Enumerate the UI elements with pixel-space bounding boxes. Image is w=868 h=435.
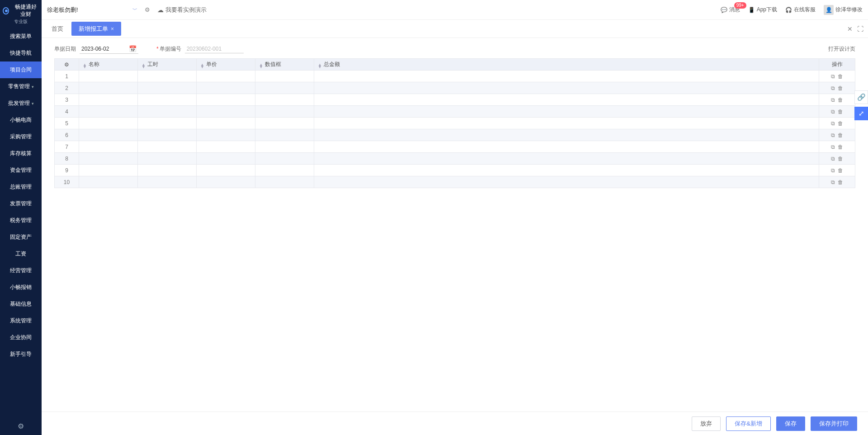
cell[interactable] [255, 106, 314, 118]
cell[interactable] [138, 153, 197, 165]
delete-row-icon[interactable]: 🗑 [838, 97, 843, 103]
cell[interactable] [197, 94, 255, 106]
sidebar-item-17[interactable]: 系统管理 [0, 312, 42, 329]
copy-row-icon[interactable]: ⧉ [831, 85, 835, 91]
expand-icon[interactable]: ⤢ [854, 107, 868, 120]
cell[interactable] [255, 153, 314, 165]
cell[interactable] [197, 141, 255, 153]
header-price[interactable]: ▲▼单价 [197, 59, 255, 71]
cell[interactable] [197, 165, 255, 176]
copy-row-icon[interactable]: ⧉ [831, 156, 835, 162]
cell[interactable] [79, 71, 138, 82]
cell[interactable] [197, 176, 255, 188]
sidebar-item-9[interactable]: 总账管理 [0, 179, 42, 195]
cell[interactable] [314, 129, 819, 141]
fullscreen-icon[interactable]: ⛶ [857, 25, 863, 33]
delete-row-icon[interactable]: 🗑 [838, 85, 843, 91]
sidebar-item-2[interactable]: 项目合同 [0, 61, 42, 78]
header-hours[interactable]: ▲▼工时 [138, 59, 197, 71]
cell[interactable] [314, 94, 819, 106]
sidebar-item-0[interactable]: 搜索菜单 [0, 28, 42, 45]
sidebar-item-18[interactable]: 企业协同 [0, 329, 42, 346]
save-and-new-button[interactable]: 保存&新增 [726, 416, 771, 431]
delete-row-icon[interactable]: 🗑 [838, 167, 843, 174]
sidebar-item-5[interactable]: 小畅电商 [0, 112, 42, 128]
cell[interactable] [79, 94, 138, 106]
cell[interactable] [197, 129, 255, 141]
cell[interactable] [197, 82, 255, 94]
cell[interactable] [79, 153, 138, 165]
cell[interactable] [255, 176, 314, 188]
cell[interactable] [255, 165, 314, 176]
cell[interactable] [79, 106, 138, 118]
cell[interactable] [138, 71, 197, 82]
cell[interactable] [314, 118, 819, 129]
sidebar-item-12[interactable]: 固定资产 [0, 229, 42, 246]
sidebar-item-1[interactable]: 快捷导航 [0, 45, 42, 61]
cell[interactable] [197, 71, 255, 82]
user-menu[interactable]: 👤 徐泽华修改 [824, 5, 863, 15]
cell[interactable] [255, 94, 314, 106]
header-total[interactable]: ▲▼总金额 [314, 59, 819, 71]
save-button[interactable]: 保存 [776, 416, 805, 431]
cell[interactable] [314, 176, 819, 188]
cell[interactable] [138, 129, 197, 141]
copy-row-icon[interactable]: ⧉ [831, 97, 835, 103]
copy-row-icon[interactable]: ⧉ [831, 167, 835, 174]
header-settings[interactable]: ⚙ [55, 59, 79, 71]
sidebar-item-13[interactable]: 工资 [0, 246, 42, 262]
cell[interactable] [255, 141, 314, 153]
cell[interactable] [79, 82, 138, 94]
sidebar-item-19[interactable]: 新手引导 [0, 346, 42, 363]
cell[interactable] [314, 82, 819, 94]
cell[interactable] [138, 82, 197, 94]
sidebar-item-8[interactable]: 资金管理 [0, 162, 42, 179]
app-download-button[interactable]: 📱 App下载 [748, 6, 777, 14]
cell[interactable] [79, 118, 138, 129]
cell[interactable] [138, 94, 197, 106]
cell[interactable] [255, 82, 314, 94]
close-icon[interactable]: × [111, 26, 114, 32]
tab-new-work-report[interactable]: 新增报工单 × [71, 22, 121, 36]
copy-row-icon[interactable]: ⧉ [831, 179, 835, 185]
delete-row-icon[interactable]: 🗑 [838, 109, 843, 115]
cell[interactable] [79, 176, 138, 188]
delete-row-icon[interactable]: 🗑 [838, 156, 843, 162]
tab-home[interactable]: 首页 [44, 20, 71, 38]
delete-row-icon[interactable]: 🗑 [838, 144, 843, 150]
header-num[interactable]: ▲▼数值框 [255, 59, 314, 71]
cell[interactable] [255, 118, 314, 129]
close-all-icon[interactable]: ✕ [847, 25, 853, 33]
customer-service-button[interactable]: 🎧 在线客服 [785, 6, 816, 14]
delete-row-icon[interactable]: 🗑 [838, 120, 843, 127]
cell[interactable] [79, 129, 138, 141]
settings-icon[interactable]: ⚙ [18, 422, 24, 430]
sidebar-item-15[interactable]: 小畅报销 [0, 279, 42, 296]
sidebar-item-11[interactable]: 税务管理 [0, 212, 42, 229]
delete-row-icon[interactable]: 🗑 [838, 73, 843, 80]
date-input[interactable]: 2023-06-02 📅 [80, 44, 138, 54]
docno-input[interactable]: 20230602-001 [185, 45, 244, 53]
cell[interactable] [79, 165, 138, 176]
delete-row-icon[interactable]: 🗑 [838, 132, 843, 138]
copy-row-icon[interactable]: ⧉ [831, 73, 835, 80]
cell[interactable] [138, 118, 197, 129]
cell[interactable] [255, 129, 314, 141]
sidebar-item-4[interactable]: 批发管理▾ [0, 95, 42, 112]
cell[interactable] [138, 106, 197, 118]
cell[interactable] [197, 106, 255, 118]
cell[interactable] [138, 141, 197, 153]
cell[interactable] [314, 165, 819, 176]
copy-row-icon[interactable]: ⧉ [831, 109, 835, 115]
messages-button[interactable]: 💬 消息 99+ [721, 6, 740, 14]
cell[interactable] [314, 141, 819, 153]
sidebar-item-16[interactable]: 基础信息 [0, 296, 42, 312]
save-and-print-button[interactable]: 保存并打印 [811, 416, 857, 431]
cell[interactable] [138, 176, 197, 188]
copy-row-icon[interactable]: ⧉ [831, 144, 835, 150]
header-name[interactable]: ▲▼名称 [79, 59, 138, 71]
org-selector[interactable]: 徐老板勿删! ﹀ [47, 6, 137, 14]
sidebar-item-14[interactable]: 经营管理 [0, 262, 42, 279]
discard-button[interactable]: 放弃 [692, 416, 721, 431]
cell[interactable] [314, 71, 819, 82]
